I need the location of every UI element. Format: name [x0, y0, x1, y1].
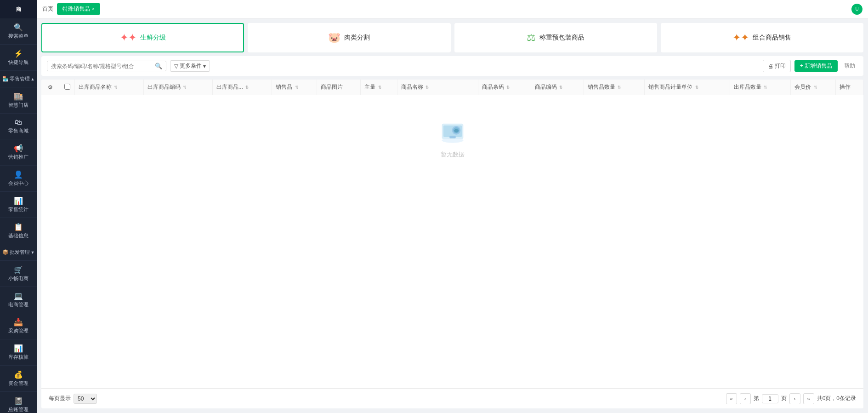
- sidebar-item-inventory[interactable]: 📊 库存核算: [0, 339, 37, 366]
- th-out-goods-name[interactable]: 出库商品名称 ⇅: [74, 80, 143, 95]
- active-tab-pill[interactable]: 特殊销售品 ×: [57, 3, 100, 15]
- sidebar-item-search-menu[interactable]: 🔍 搜索菜单: [0, 18, 37, 45]
- th-label: 会员价: [794, 84, 811, 90]
- sidebar-logo: 商: [0, 0, 37, 18]
- sidebar-item-label: 智慧门店: [8, 102, 28, 108]
- sort-arrows-icon: ⇅: [183, 85, 187, 90]
- select-all-checkbox[interactable]: [64, 84, 70, 90]
- th-label: 销售品: [276, 84, 292, 90]
- th-settings[interactable]: ⚙: [41, 80, 60, 95]
- pagination-bar: 每页显示 50 10 20 100 « ‹ 第 页 › » 共: [41, 388, 863, 408]
- pagination-right: « ‹ 第 页 › » 共0页，0条记录: [726, 393, 856, 404]
- data-table: ⚙ 出库商品名称 ⇅ 出库商品编码 ⇅: [41, 80, 863, 95]
- th-label: 商品条码: [482, 84, 504, 90]
- th-label: 销售品数量: [588, 84, 615, 90]
- sidebar-item-capital-mgmt[interactable]: 💰 资金管理: [0, 366, 37, 392]
- toolbar-right: 🖨 打印 + 新增销售品 帮助: [763, 60, 858, 72]
- search-icon[interactable]: 🔍: [155, 63, 162, 69]
- wholesale-mgmt-icon: 📦: [2, 249, 9, 255]
- th-out-qty[interactable]: 出库品数量 ⇅: [730, 80, 791, 95]
- sort-arrows-icon: ⇅: [559, 85, 563, 90]
- logo-text: 商: [16, 6, 21, 13]
- search-input[interactable]: [51, 63, 153, 69]
- sort-arrows-icon: ⇅: [814, 85, 817, 90]
- sidebar-item-label: 快捷导航: [8, 59, 28, 65]
- th-label: 销售商品计量单位: [648, 84, 692, 90]
- filter-icon: ▽: [174, 63, 178, 69]
- th-label: 操作: [840, 84, 851, 90]
- breadcrumb-home[interactable]: 首页: [42, 5, 53, 13]
- prev-page-btn[interactable]: ‹: [740, 393, 751, 404]
- sidebar-item-retail-mall[interactable]: 🛍 零售商城: [0, 114, 37, 139]
- tab-card-meat-cutting[interactable]: 🐷 肉类分割: [248, 23, 450, 52]
- sort-arrows-icon: ⇅: [618, 85, 621, 90]
- filter-arrow-icon: ▾: [203, 63, 206, 69]
- sidebar-item-quick-nav[interactable]: ⚡ 快捷导航: [0, 45, 37, 71]
- search-box[interactable]: 🔍: [47, 61, 166, 71]
- top-right-area: U: [851, 4, 862, 15]
- th-goods-image[interactable]: 商品图片: [317, 80, 360, 95]
- th-label: 出库商品...: [216, 84, 243, 90]
- fresh-grading-icon: ✦✦: [120, 32, 136, 44]
- help-button[interactable]: 帮助: [841, 60, 858, 72]
- sidebar-item-purchase-mgmt[interactable]: 📥 采购管理: [0, 313, 37, 339]
- weight-prepack-icon: ⚖: [527, 32, 536, 44]
- tab-card-fresh-grading[interactable]: ✦✦ 生鲜分级: [41, 23, 244, 52]
- th-goods-code[interactable]: 商品编码 ⇅: [531, 80, 584, 95]
- th-weight[interactable]: 主量 ⇅: [361, 80, 397, 95]
- sidebar-item-retail-mgmt[interactable]: 🏪 零售管理 ▲: [0, 71, 37, 87]
- th-label: 出库商品名称: [79, 84, 112, 90]
- th-label: 主量: [364, 84, 375, 90]
- sort-arrows-icon: ⇅: [245, 85, 249, 90]
- sort-arrows-icon: ⇅: [114, 85, 118, 90]
- th-sales-goods[interactable]: 销售品 ⇅: [272, 80, 317, 95]
- combo-goods-icon: ✦✦: [732, 32, 749, 44]
- th-member-price[interactable]: 会员价 ⇅: [791, 80, 835, 95]
- search-menu-icon: 🔍: [2, 23, 35, 32]
- arrow-icon: ▲: [31, 77, 35, 81]
- sidebar-item-wholesale-mgmt[interactable]: 📦 批发管理 ▼: [0, 244, 37, 261]
- last-page-btn[interactable]: »: [803, 393, 814, 404]
- smart-store-icon: 🏬: [2, 92, 35, 101]
- close-tab-icon[interactable]: ×: [92, 6, 95, 11]
- sidebar-item-label: 采购管理: [8, 328, 28, 333]
- th-out-goods-spec[interactable]: 出库商品... ⇅: [212, 80, 272, 95]
- ecommerce-mgmt-icon: 💻: [2, 292, 35, 300]
- sidebar-item-mini-ecommerce[interactable]: 🛒 小畅电商: [0, 261, 37, 287]
- print-icon: 🖨: [768, 63, 773, 69]
- th-sales-unit[interactable]: 销售商品计量单位 ⇅: [645, 80, 730, 95]
- sidebar-item-retail-stats[interactable]: 📊 零售统计: [0, 192, 37, 218]
- add-goods-label: + 新增销售品: [800, 62, 832, 70]
- total-text: 共0页，0条记录: [817, 395, 856, 402]
- meat-cutting-icon: 🐷: [328, 32, 340, 44]
- basic-info-icon: 📋: [2, 223, 35, 231]
- sidebar-item-basic-info[interactable]: 📋 基础信息: [0, 218, 37, 244]
- th-sales-qty[interactable]: 销售品数量 ⇅: [584, 80, 645, 95]
- next-page-btn[interactable]: ›: [789, 393, 800, 404]
- first-page-btn[interactable]: «: [726, 393, 737, 404]
- sidebar-item-sales-promo[interactable]: 📢 营销推广: [0, 139, 37, 166]
- sidebar-item-label: 批发管理: [10, 249, 30, 256]
- sidebar-item-member-center[interactable]: 👤 会员中心: [0, 166, 37, 192]
- mini-ecommerce-icon: 🛒: [2, 265, 35, 274]
- th-label: 出库商品编码: [148, 84, 181, 90]
- th-goods-barcode[interactable]: 商品条码 ⇅: [478, 80, 531, 95]
- th-out-goods-code[interactable]: 出库商品编码 ⇅: [143, 80, 212, 95]
- tab-card-label: 组合商品销售: [753, 34, 791, 42]
- sort-arrows-icon: ⇅: [506, 85, 510, 90]
- sidebar-item-smart-store[interactable]: 🏬 智慧门店: [0, 87, 37, 114]
- print-button[interactable]: 🖨 打印: [763, 60, 791, 72]
- sidebar-item-ecommerce-mgmt[interactable]: 💻 电商管理: [0, 287, 37, 313]
- per-page-select[interactable]: 50 10 20 100: [74, 394, 97, 404]
- sidebar-item-general-ledger[interactable]: 📓 总账管理: [0, 392, 37, 413]
- th-checkbox[interactable]: [60, 80, 74, 95]
- empty-state-illustration: [434, 114, 471, 146]
- filter-button[interactable]: ▽ 更多条件 ▾: [170, 60, 210, 72]
- th-goods-name[interactable]: 商品名称 ⇅: [397, 80, 478, 95]
- retail-stats-icon: 📊: [2, 196, 35, 205]
- page-number-input[interactable]: [762, 394, 778, 403]
- tab-card-combo-goods[interactable]: ✦✦ 组合商品销售: [661, 23, 863, 52]
- page-container: ✦✦ 生鲜分级 🐷 肉类分割 ⚖ 称重预包装商品 ✦✦ 组合商品销售 🔍: [37, 18, 868, 413]
- add-goods-button[interactable]: + 新增销售品: [794, 60, 838, 72]
- tab-card-weight-prepack[interactable]: ⚖ 称重预包装商品: [454, 23, 657, 52]
